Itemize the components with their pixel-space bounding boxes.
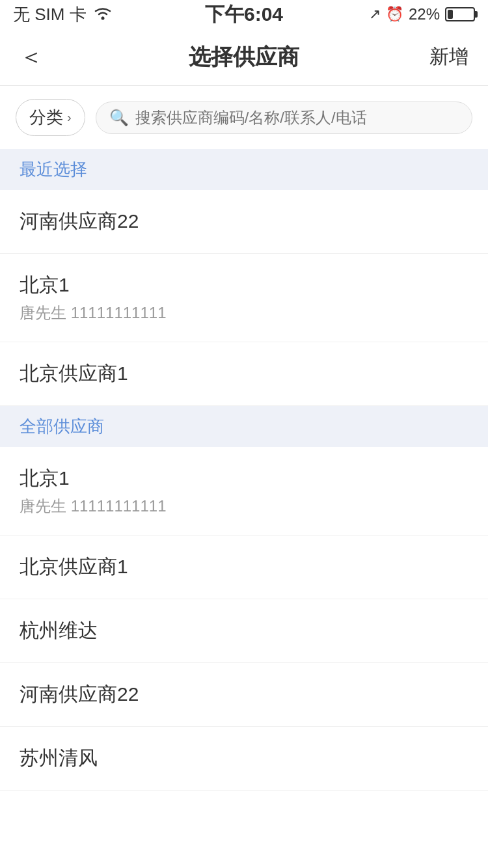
filter-bar: 分类 › 🔍 (0, 86, 488, 149)
list-item[interactable]: 北京供应商1 (0, 342, 488, 406)
list-item[interactable]: 北京供应商1 (0, 536, 488, 599)
location-icon: ↗ (369, 6, 381, 23)
item-name: 苏州清风 (20, 745, 468, 772)
wifi-icon (93, 5, 113, 25)
category-label: 分类 (29, 106, 63, 129)
recent-section-header: 最近选择 (0, 149, 488, 190)
recent-section-label: 最近选择 (20, 159, 87, 179)
all-section-header: 全部供应商 (0, 406, 488, 447)
status-time: 下午6:04 (205, 1, 283, 28)
no-sim-label: 无 SIM 卡 (13, 3, 87, 26)
search-icon: 🔍 (109, 109, 129, 127)
all-list: 北京1 唐先生 11111111111 北京供应商1 杭州维达 河南供应商22 … (0, 447, 488, 791)
status-bar: 无 SIM 卡 下午6:04 ↗ ⏰ 22% (0, 0, 488, 29)
alarm-icon: ⏰ (386, 6, 403, 23)
item-name: 北京供应商1 (20, 360, 468, 387)
list-item[interactable]: 北京1 唐先生 11111111111 (0, 254, 488, 342)
svg-point-0 (101, 16, 104, 20)
recent-list: 河南供应商22 北京1 唐先生 11111111111 北京供应商1 (0, 190, 488, 406)
all-section-label: 全部供应商 (20, 416, 104, 436)
nav-bar: ＜ 选择供应商 新增 (0, 29, 488, 86)
search-box[interactable]: 🔍 (96, 102, 472, 134)
list-item[interactable]: 北京1 唐先生 11111111111 (0, 447, 488, 536)
chevron-right-icon: › (67, 110, 72, 125)
search-input[interactable] (135, 109, 459, 127)
battery-percent: 22% (409, 5, 440, 23)
item-contact: 唐先生 11111111111 (20, 303, 468, 323)
item-name: 北京供应商1 (20, 554, 468, 580)
status-right: ↗ ⏰ 22% (369, 5, 475, 23)
item-contact: 唐先生 11111111111 (20, 496, 468, 517)
item-name: 河南供应商22 (20, 208, 468, 235)
category-button[interactable]: 分类 › (16, 99, 85, 136)
list-item[interactable]: 河南供应商22 (0, 190, 488, 254)
list-item[interactable]: 杭州维达 (0, 599, 488, 663)
item-name: 河南供应商22 (20, 681, 468, 708)
item-name: 杭州维达 (20, 617, 468, 644)
back-button[interactable]: ＜ (20, 41, 59, 73)
item-name: 北京1 (20, 465, 468, 492)
item-name: 北京1 (20, 272, 468, 299)
battery-icon (445, 7, 475, 21)
add-button[interactable]: 新增 (429, 44, 468, 70)
page-title: 选择供应商 (59, 42, 429, 72)
status-left: 无 SIM 卡 (13, 3, 113, 26)
list-item[interactable]: 河南供应商22 (0, 663, 488, 727)
list-item[interactable]: 苏州清风 (0, 727, 488, 791)
